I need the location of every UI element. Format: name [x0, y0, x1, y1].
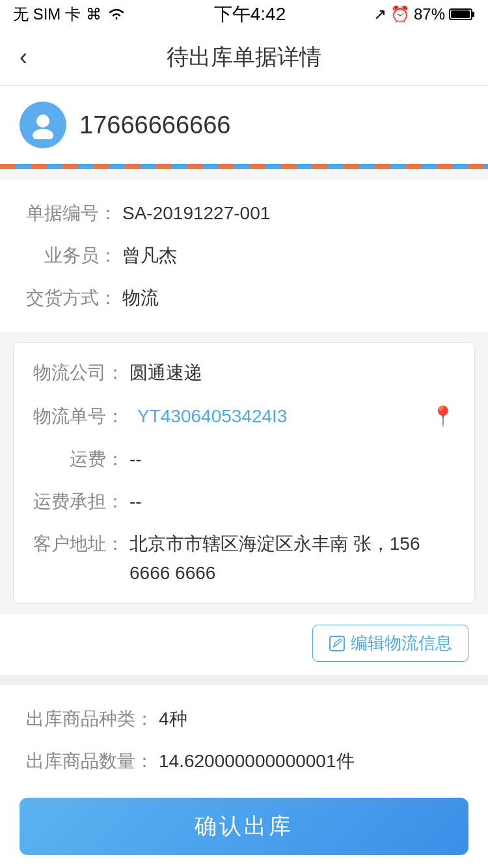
freight-bear-row: 运费承担： --	[33, 487, 455, 517]
tracking-value: YT43064053424I3	[137, 402, 423, 431]
person-icon	[29, 111, 57, 139]
edit-icon	[329, 635, 346, 652]
map-location-icon[interactable]: 📍	[431, 401, 455, 432]
order-info-section: 单据编号： SA-20191227-001 业务员： 曾凡杰 交货方式： 物流	[0, 180, 488, 332]
sim-status: 无 SIM 卡	[13, 4, 81, 25]
salesman-row: 业务员： 曾凡杰	[26, 241, 462, 271]
delivery-value: 物流	[122, 284, 462, 313]
status-left: 无 SIM 卡 ⌘	[13, 4, 126, 25]
goods-type-row: 出库商品种类： 4种	[26, 705, 462, 734]
confirm-button[interactable]: 确认出库	[20, 798, 468, 855]
customer-header: 17666666666	[0, 86, 488, 164]
location-status-icon: ↗	[373, 5, 386, 23]
battery-icon	[449, 8, 475, 21]
goods-quantity-row: 出库商品数量： 14.620000000000001件	[26, 747, 462, 776]
order-no-value: SA-20191227-001	[122, 199, 462, 228]
delivery-label: 交货方式：	[26, 284, 117, 313]
gray-separator-1	[0, 675, 488, 685]
goods-quantity-value: 14.620000000000001件	[159, 747, 462, 776]
goods-stats-section: 出库商品种类： 4种 出库商品数量： 14.620000000000001件	[0, 685, 488, 789]
wifi-signal-icon	[107, 7, 126, 21]
logistics-card: 物流公司： 圆通速递 物流单号： YT43064053424I3 📍 运费： -…	[13, 342, 475, 604]
salesman-value: 曾凡杰	[122, 241, 462, 271]
delivery-row: 交货方式： 物流	[26, 284, 462, 313]
status-right: ↗ ⏰ 87%	[373, 5, 475, 23]
alarm-icon: ⏰	[390, 5, 410, 23]
svg-point-4	[33, 129, 53, 139]
nav-bar: ‹ 待出库单据详情	[0, 29, 488, 86]
back-button[interactable]: ‹	[20, 46, 27, 69]
svg-point-3	[36, 115, 49, 128]
freight-bear-label: 运费承担：	[33, 487, 124, 517]
address-label: 客户地址：	[33, 530, 124, 559]
status-bar: 无 SIM 卡 ⌘ 下午4:42 ↗ ⏰ 87%	[0, 0, 488, 29]
order-no-row: 单据编号： SA-20191227-001	[26, 199, 462, 228]
company-value: 圆通速递	[129, 359, 455, 388]
svg-rect-2	[451, 10, 470, 18]
tracking-row: 物流单号： YT43064053424I3 📍	[33, 401, 455, 432]
freight-bear-value: --	[129, 487, 455, 517]
order-no-label: 单据编号：	[26, 199, 117, 228]
company-row: 物流公司： 圆通速递	[33, 359, 455, 388]
svg-rect-5	[330, 636, 344, 651]
salesman-label: 业务员：	[26, 241, 117, 271]
confirm-bar: 确认出库	[0, 785, 488, 868]
company-label: 物流公司：	[33, 359, 124, 388]
battery-percent: 87%	[414, 5, 445, 23]
edit-logistics-row: 编辑物流信息	[0, 614, 488, 675]
edit-logistics-button[interactable]: 编辑物流信息	[312, 625, 468, 662]
address-row: 客户地址： 北京市市辖区海淀区永丰南 张，156 6666 6666	[33, 530, 455, 588]
page-title: 待出库单据详情	[167, 42, 321, 72]
dashed-divider	[0, 164, 488, 169]
edit-logistics-label: 编辑物流信息	[351, 632, 452, 655]
status-time: 下午4:42	[214, 2, 286, 27]
avatar	[20, 102, 66, 148]
wifi-icon: ⌘	[86, 5, 102, 23]
goods-type-label: 出库商品种类：	[26, 705, 154, 734]
address-value: 北京市市辖区海淀区永丰南 张，156 6666 6666	[129, 530, 455, 588]
customer-phone: 17666666666	[79, 111, 230, 139]
freight-value: --	[129, 445, 455, 474]
goods-quantity-label: 出库商品数量：	[26, 747, 154, 776]
svg-rect-1	[472, 12, 474, 17]
freight-row: 运费： --	[33, 445, 455, 474]
goods-type-value: 4种	[159, 705, 462, 734]
freight-label: 运费：	[33, 445, 124, 474]
tracking-label: 物流单号：	[33, 402, 124, 431]
